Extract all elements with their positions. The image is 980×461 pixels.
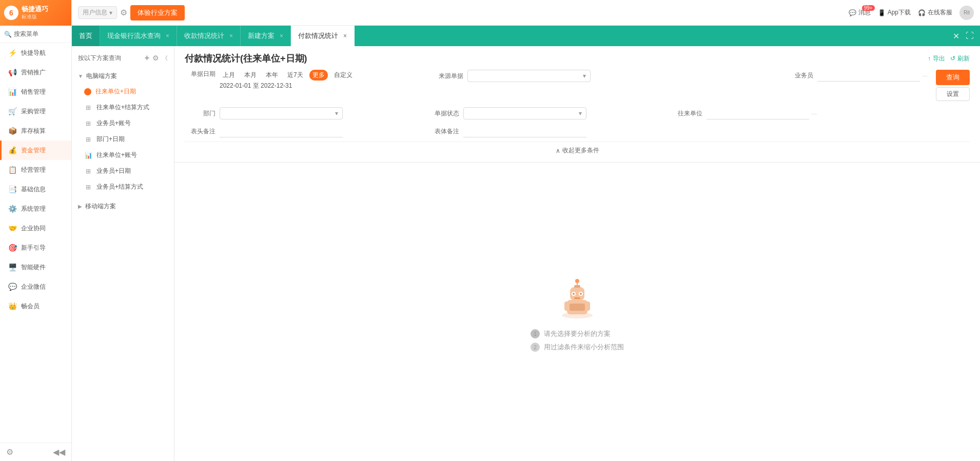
topbar-username: 用户信息 [83,8,107,17]
tab-receipt-stats[interactable]: 收款情况统计 × [177,26,241,46]
scheme-item-dept-date[interactable]: ⊞ 部门+日期 [72,131,174,147]
scheme-item-label: 往来单位+日期 [95,87,136,96]
tab-payment-stats-close[interactable]: × [343,32,347,39]
filter-row-3: 表头备注 表体备注 [185,126,970,137]
main-content: 用户信息 ▾ ⚙ 体验行业方案 💬 消息 99+ 📱 App下载 🎧 在线客服 … [72,0,980,461]
date-btn-this-year[interactable]: 本年 [263,70,281,81]
sidebar-item-operations[interactable]: 📋 经营管理 [0,160,71,179]
filter-dept-group: 部门 ▾ [185,107,428,119]
sidebar-item-member[interactable]: 👑 畅会员 [0,296,71,316]
tab-new-scheme[interactable]: 新建方案 × [241,26,291,46]
scheme-item-partner-date[interactable]: 往来单位+日期 [72,84,174,99]
partner-input[interactable] [707,108,809,119]
sidebar-item-label: 系统管理 [21,205,46,213]
salesman-input[interactable] [817,70,920,82]
export-btn[interactable]: ↑ 导出 [928,54,945,63]
member-icon: 👑 [8,302,17,311]
sidebar-item-sales[interactable]: 📊 销售管理 [0,82,71,102]
tab-bank-flow-close[interactable]: × [166,32,169,39]
sidebar-item-label: 基础信息 [21,185,46,194]
date-btn-more[interactable]: 更多 [309,70,328,81]
sidebar-item-inventory[interactable]: 📦 库存核算 [0,121,71,141]
basic-icon: 📑 [8,185,17,194]
sidebar-item-purchase[interactable]: 🛒 采购管理 [0,102,71,121]
sidebar-search-label: 搜索菜单 [14,30,38,38]
trial-btn[interactable]: 体验行业方案 [130,5,185,21]
online-service-label: 在线客服 [928,8,952,17]
scheme-section-desktop-header[interactable]: ▼ 电脑端方案 [72,69,174,84]
sidebar-item-quick-nav[interactable]: ⚡ 快捷导航 [0,43,71,63]
tab-payment-stats[interactable]: 付款情况统计 × [291,26,355,46]
app-download-btn[interactable]: 📱 App下载 [878,8,911,17]
settings-btn[interactable]: 设置 [936,87,970,101]
sidebar-item-wechat[interactable]: 💬 企业微信 [0,277,71,296]
scheme-item-partner-payment[interactable]: ⊞ 往来单位+结算方式 [72,99,174,115]
partner-dots[interactable]: ··· [811,110,817,117]
sidebar-item-marketing[interactable]: 📢 营销推广 [0,63,71,82]
date-btn-this-month[interactable]: 本月 [241,70,260,81]
footer-collapse-icon[interactable]: ◀◀ [53,447,65,457]
scheme-item-partner-account[interactable]: 📊 往来单位+账号 [72,147,174,163]
empty-tip-2: 2 用过滤条件来缩小分析范围 [531,343,624,352]
filter-date-group: 单据日期 上月 本月 本年 近7天 更多 自定义 20 [185,70,433,90]
scheme-item-salesman-account[interactable]: ⊞ 业务员+账号 [72,115,174,131]
sidebar-nav: ⚡ 快捷导航 📢 营销推广 📊 销售管理 🛒 采购管理 📦 库存核算 💰 资金管… [0,43,71,443]
date-btn-last-7[interactable]: 近7天 [284,70,306,81]
source-label: 来源单据 [433,72,463,81]
table-head-input[interactable] [220,126,343,137]
sidebar-item-guide[interactable]: 🎯 新手引导 [0,238,71,257]
scheme-panel: 按以下方案查询 + ⚙ 《 ▼ 电脑端方案 往来单位+日期 ⊞ [72,46,174,461]
dept-select[interactable]: ▾ [220,107,343,119]
collapse-icon: ∧ [556,147,560,154]
sidebar-item-hardware[interactable]: 🖥️ 智能硬件 [0,257,71,277]
table-body-input[interactable] [463,126,586,137]
sidebar-item-finance[interactable]: 💰 资金管理 [0,141,71,160]
sidebar-item-enterprise[interactable]: 🤝 企业协同 [0,218,71,238]
sidebar-item-label: 快捷导航 [21,49,46,57]
scheme-item-label: 业务员+结算方式 [96,183,143,191]
messages-btn[interactable]: 💬 消息 99+ [849,8,871,17]
scheme-table-icon4: ⊞ [84,167,92,175]
date-btn-custom[interactable]: 自定义 [331,70,356,81]
salesman-dots[interactable]: ··· [922,72,928,79]
tip-text-2: 用过滤条件来缩小分析范围 [544,343,624,352]
sidebar-logo-icon: 6 [4,6,18,20]
sidebar-item-basic[interactable]: 📑 基础信息 [0,179,71,199]
tab-home[interactable]: 首页 [72,26,100,46]
scheme-section-mobile-label: 移动端方案 [85,202,116,211]
topbar-avatar[interactable]: Rit [959,6,974,20]
topbar-user-select[interactable]: 用户信息 ▾ [78,6,117,19]
tab-expand-icon[interactable]: ⛶ [964,29,976,43]
sidebar-search[interactable]: 🔍 搜索菜单 [0,26,71,43]
date-btn-last-month[interactable]: 上月 [220,70,238,81]
tab-receipt-stats-close[interactable]: × [229,32,233,39]
refresh-btn[interactable]: ↺ 刷新 [950,54,970,63]
sidebar-footer: ⚙ ◀◀ [0,443,71,461]
scheme-collapse-icon[interactable]: 《 [162,54,168,62]
scheme-panel-title: 按以下方案查询 [78,54,121,63]
query-btn[interactable]: 查询 [936,70,970,85]
filter-salesman-group: 业务员 ··· [680,70,928,82]
tab-new-scheme-close[interactable]: × [280,32,283,39]
filter-table-body-group: 表体备注 [428,126,672,137]
source-select[interactable]: ▾ [467,70,591,82]
sidebar-item-label: 企业协同 [21,224,46,233]
scheme-section-mobile-header[interactable]: ▶ 移动端方案 [72,199,174,214]
online-service-btn[interactable]: 🎧 在线客服 [918,8,952,17]
sidebar-logo-name: 畅捷通巧 [22,5,48,13]
empty-tip-1: 1 请先选择要分析的方案 [531,329,624,338]
status-select[interactable]: ▾ [463,107,586,119]
collapse-bar[interactable]: ∧ 收起更多条件 [185,142,970,159]
tab-bank-flow[interactable]: 现金银行流水查询 × [100,26,177,46]
topbar-settings-icon[interactable]: ⚙ [120,8,127,17]
svg-point-13 [575,279,579,283]
scheme-settings-icon[interactable]: ⚙ [152,54,159,62]
scheme-add-icon[interactable]: + [145,53,149,63]
scheme-item-salesman-payment[interactable]: ⊞ 业务员+结算方式 [72,179,174,195]
footer-settings-icon[interactable]: ⚙ [6,447,13,457]
tip-text-1: 请先选择要分析的方案 [544,329,611,338]
tab-close-all-icon[interactable]: ✕ [951,29,962,43]
sidebar-item-system[interactable]: ⚙️ 系统管理 [0,199,71,218]
scheme-item-salesman-date[interactable]: ⊞ 业务员+日期 [72,163,174,179]
tip-num-2: 2 [531,343,540,352]
